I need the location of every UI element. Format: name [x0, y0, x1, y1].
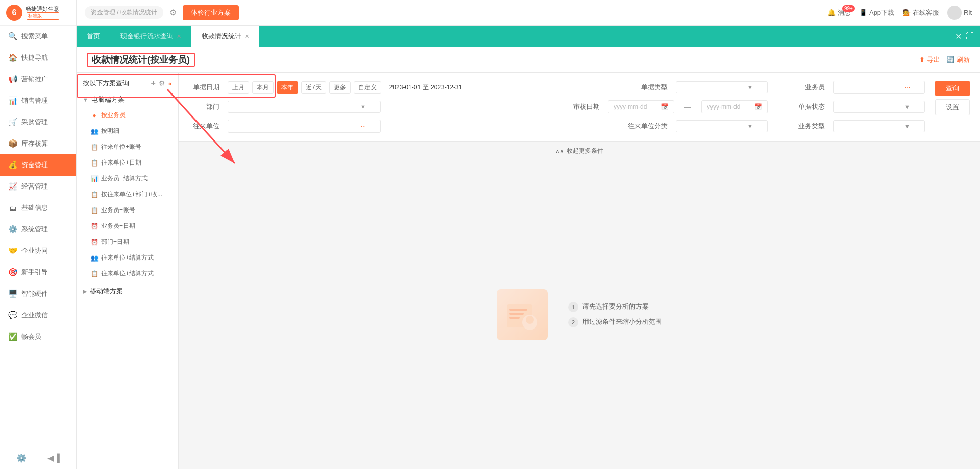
user-avatar-area[interactable]: Rit [947, 6, 972, 20]
sidebar-item-basic[interactable]: 🗂 基础信息 [0, 197, 76, 219]
newbie-icon: 🎯 [8, 268, 17, 277]
partner-date-icon: 📋 [91, 159, 98, 167]
salesperson-more-icon[interactable]: ··· [905, 84, 910, 91]
empty-hint-1: 1 请先选择要分析的方案 [568, 302, 662, 312]
scheme-header-title: 按以下方案查询 [83, 79, 129, 88]
scheme-settings-icon[interactable]: ⚙ [159, 79, 165, 87]
collapse-bar[interactable]: ∧∧ 收起更多条件 [179, 142, 980, 160]
left-panel: 按以下方案查询 + ⚙ « ▼ 电脑端方案 ● 按业务员 👥 [77, 73, 179, 469]
dept-dropdown[interactable]: ▼ [228, 101, 381, 113]
main-content: 资金管理 / 收款情况统计 ⚙ 体验行业方案 🔔 消息 99+ 📱 App下载 … [77, 0, 980, 469]
tab-bar: 首页 现金银行流水查询 ✕ 收款情况统计 ✕ ✕ ⛶ [77, 26, 980, 47]
details-item-icon: 👥 [91, 128, 98, 135]
bill-status-dropdown[interactable]: ▼ [833, 101, 925, 113]
date-custom[interactable]: 自定义 [354, 81, 381, 94]
header-gear-icon[interactable]: ⚙ [169, 8, 177, 17]
partner-dropdown[interactable]: ··· [228, 120, 381, 133]
sidebar-item-enterprise[interactable]: 🤝 企业协同 [0, 240, 76, 262]
bill-type-arrow-icon: ▼ [747, 84, 753, 90]
sidebar-item-hardware[interactable]: 🖥️ 智能硬件 [0, 283, 76, 304]
business-type-dropdown[interactable]: ▼ [833, 120, 925, 132]
scheme-item-partner-account[interactable]: 📋 往来单位+账号 [77, 139, 178, 155]
trial-button[interactable]: 体验行业方案 [183, 5, 239, 20]
hardware-icon: 🖥️ [8, 289, 17, 298]
bill-status-label: 单据状态 [794, 102, 825, 111]
app-download-area[interactable]: 📱 App下载 [859, 8, 894, 17]
partner-category-dropdown[interactable]: ▼ [676, 120, 768, 132]
sidebar-settings-icon[interactable]: ⚙️ [16, 453, 27, 463]
tab-receipt-close-icon[interactable]: ✕ [244, 33, 249, 40]
partner-label: 往来单位 [189, 122, 219, 131]
sidebar-item-system[interactable]: ⚙️ 系统管理 [0, 219, 76, 240]
dept-label: 部门 [189, 102, 219, 111]
scheme-item-partner-settlement1[interactable]: 👥 往来单位+结算方式 [77, 250, 178, 266]
sidebar-item-search[interactable]: 🔍 搜索菜单 [0, 26, 76, 47]
scheme-item-salesperson-settlement[interactable]: 📊 业务员+结算方式 [77, 171, 178, 186]
sidebar-item-operation[interactable]: 📈 经营管理 [0, 176, 76, 197]
tab-maximize-icon[interactable]: ⛶ [966, 32, 974, 41]
scheme-collapse-icon[interactable]: « [168, 80, 172, 87]
page-title-bar: 收款情况统计(按业务员) ⬆ 导出 🔄 刷新 [77, 47, 980, 73]
empty-hints: 1 请先选择要分析的方案 2 用过滤条件来缩小分析范围 [568, 302, 662, 327]
partner-more-icon[interactable]: ··· [361, 123, 366, 130]
tab-home[interactable]: 首页 [77, 26, 110, 47]
scheme-section-desktop-title[interactable]: ▼ 电脑端方案 [77, 92, 178, 107]
business-type-label: 业务类型 [794, 122, 825, 131]
filter-settings-button[interactable]: 设置 [935, 99, 970, 115]
hint-2-num: 2 [568, 317, 578, 327]
scheme-add-icon[interactable]: + [151, 79, 155, 88]
refresh-button[interactable]: 🔄 刷新 [946, 55, 970, 64]
inventory-icon: 📦 [8, 139, 17, 148]
bill-status-arrow-icon: ▼ [904, 104, 910, 110]
date-this-month[interactable]: 本月 [252, 81, 274, 94]
sidebar-item-member[interactable]: ✅ 畅会员 [0, 326, 76, 347]
date-last-month[interactable]: 上月 [228, 81, 249, 94]
logo-badge: 标准版 [27, 12, 59, 20]
scheme-item-by-details[interactable]: 👥 按明细 [77, 123, 178, 139]
review-date-start[interactable]: yyyy-mm-dd 📅 [608, 100, 674, 113]
scheme-item-dept-date[interactable]: ⏰ 部门+日期 [77, 234, 178, 250]
sales-icon: 📊 [8, 96, 17, 105]
sidebar-item-sales[interactable]: 📊 销售管理 [0, 90, 76, 111]
tab-bank-close-icon[interactable]: ✕ [177, 33, 181, 40]
sidebar-item-quicknav[interactable]: 🏠 快捷导航 [0, 47, 76, 68]
sidebar-item-fund[interactable]: 💰 资金管理 [0, 154, 76, 176]
sidebar-item-marketing[interactable]: 📢 营销推广 [0, 68, 76, 90]
scheme-section-mobile-title[interactable]: ▶ 移动端方案 [77, 284, 178, 299]
calendar-start-icon: 📅 [661, 103, 669, 110]
tab-receipt[interactable]: 收款情况统计 ✕ [191, 26, 259, 47]
sidebar-item-purchase[interactable]: 🛒 采购管理 [0, 111, 76, 133]
hint-1-num: 1 [568, 302, 578, 312]
partner-settlement2-icon: 📋 [91, 270, 98, 277]
mobile-section-arrow-icon: ▶ [83, 288, 87, 295]
notification-area[interactable]: 🔔 消息 99+ [827, 8, 851, 17]
member-icon: ✅ [8, 332, 17, 341]
export-button[interactable]: ⬆ 导出 [919, 55, 940, 64]
sidebar-collapse-icon[interactable]: ◀▐ [47, 453, 59, 463]
scheme-item-by-salesperson[interactable]: ● 按业务员 [77, 107, 178, 123]
sidebar: 6 畅捷通好生意 标准版 🔍 搜索菜单 🏠 快捷导航 📢 营销推广 📊 销售管理… [0, 0, 77, 469]
top-header-left: 资金管理 / 收款情况统计 ⚙ 体验行业方案 [85, 5, 239, 20]
query-button[interactable]: 查询 [935, 81, 970, 96]
tab-close-all-icon[interactable]: ✕ [955, 32, 962, 41]
scheme-item-salesperson-date[interactable]: ⏰ 业务员+日期 [77, 218, 178, 234]
date-more[interactable]: 更多 [329, 81, 351, 94]
svg-rect-1 [509, 309, 527, 311]
date-this-year[interactable]: 本年 [277, 81, 298, 94]
scheme-item-partner-dept[interactable]: 📋 按往来单位+部门+收... [77, 186, 178, 202]
scheme-item-partner-date[interactable]: 📋 往来单位+日期 [77, 155, 178, 171]
scheme-header: 按以下方案查询 + ⚙ « [77, 73, 178, 92]
sidebar-item-inventory[interactable]: 📦 库存核算 [0, 133, 76, 154]
online-service-area[interactable]: 💁 在线客服 [902, 8, 939, 17]
bill-type-dropdown[interactable]: ▼ [676, 81, 768, 93]
svg-rect-2 [509, 313, 524, 315]
scheme-item-partner-settlement2[interactable]: 📋 往来单位+结算方式 [77, 266, 178, 282]
salesperson-dropdown[interactable]: ··· [833, 81, 925, 94]
sidebar-item-newbie[interactable]: 🎯 新手引导 [0, 262, 76, 283]
review-date-end[interactable]: yyyy-mm-dd 📅 [701, 100, 768, 113]
query-buttons: 查询 设置 [935, 81, 970, 115]
sidebar-item-wechat[interactable]: 💬 企业微信 [0, 304, 76, 326]
tab-bank[interactable]: 现金银行流水查询 ✕ [110, 26, 191, 47]
date-last7[interactable]: 近7天 [301, 81, 326, 94]
scheme-item-salesperson-account[interactable]: 📋 业务员+账号 [77, 202, 178, 218]
